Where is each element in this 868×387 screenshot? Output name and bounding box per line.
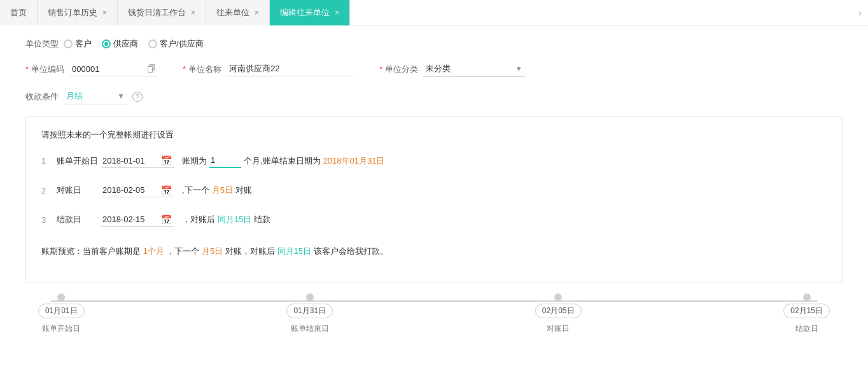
period-desc-3-teal: 同月15日 xyxy=(218,214,251,225)
period-date-2-input[interactable] xyxy=(101,183,158,197)
calendar-2-icon[interactable]: 📅 xyxy=(158,184,174,197)
unit-type-field: 单位类型 客户 供应商 客户/供应商 xyxy=(25,38,204,50)
period-date-1-input[interactable] xyxy=(101,154,158,167)
unit-type-label: 单位类型 xyxy=(25,38,59,50)
unit-category-arrow-icon: ▼ xyxy=(512,63,525,74)
radio-supplier[interactable]: 供应商 xyxy=(102,38,138,50)
timeline-dot-2 xyxy=(306,293,314,301)
preview-text: 账期预览：当前客户账期是 1个月 ，下一个 月5日 对账，对账后 同月15日 该… xyxy=(41,246,811,257)
period-desc-3: ，对账后 同月15日 结款 xyxy=(182,214,270,225)
tab-contacts-label: 往来单位 xyxy=(216,7,249,18)
period-desc-1-prefix: 账期为 xyxy=(182,155,207,167)
timeline-badge-4: 02月15日 xyxy=(783,304,830,318)
period-label-3: 结款日 xyxy=(57,214,101,225)
timeline-point-2: 01月31日 账单结束日 xyxy=(286,293,333,334)
preview-prefix: 账期预览：当前客户账期是 xyxy=(41,246,141,256)
tab-sales-history-close[interactable]: × xyxy=(102,8,107,17)
period-desc-2-prefix: ,下一个 xyxy=(182,185,209,196)
unit-code-star: * xyxy=(25,64,29,74)
tab-sales-history-label: 销售订单历史 xyxy=(48,7,97,18)
period-desc-2: ,下一个 月5日 对账 xyxy=(182,185,252,196)
timeline-label-3: 对账日 xyxy=(547,323,570,334)
period-desc-3-suffix: 结款 xyxy=(254,214,270,225)
timeline-label-1: 账单开始日 xyxy=(42,323,80,334)
timeline-badge-2: 01月31日 xyxy=(286,304,333,318)
period-desc-2-suffix: 对账 xyxy=(235,185,252,196)
unit-category-value: 未分类 xyxy=(423,61,512,76)
unit-category-label: 单位分类 xyxy=(385,64,418,75)
period-num-1: 1 xyxy=(41,156,57,165)
timeline-section: 01月01日 账单开始日 01月31日 账单结束日 02月05日 对账日 02月… xyxy=(25,283,843,360)
unit-code-input[interactable] xyxy=(69,62,146,76)
tab-home-label: 首页 xyxy=(10,7,27,18)
preview-mid2: 对账，对账后 xyxy=(225,246,275,256)
preview-teal: 同月15日 xyxy=(277,246,311,256)
period-row-2: 2 对账日 📅 ,下一个 月5日 对账 xyxy=(41,183,827,197)
period-date-2-wrap: 📅 xyxy=(101,183,174,197)
unit-info-row: * 单位编码 🗍 * 单位名称 * 单位分类 未分类 ▼ xyxy=(25,61,843,77)
period-row-1: 1 账单开始日 📅 账期为 个月,账单结束日期为 2018年01月31日 xyxy=(41,153,827,168)
payment-label: 收款条件 xyxy=(25,91,59,102)
period-settings-box: 请按照未来的一个完整帐期进行设置 1 账单开始日 📅 账期为 个月,账单结束日期… xyxy=(25,116,843,283)
unit-category-field: * 单位分类 未分类 ▼ xyxy=(379,61,525,77)
page-content: 单位类型 客户 供应商 客户/供应商 * 单位编码 xyxy=(0,25,868,387)
radio-both-circle xyxy=(148,39,157,48)
period-date-3-input[interactable] xyxy=(101,213,158,226)
unit-category-dropdown[interactable]: 未分类 ▼ xyxy=(423,61,525,77)
tabs-scroll-arrow[interactable]: › xyxy=(852,8,868,18)
preview-suffix: 该客户会给我打款。 xyxy=(314,246,388,256)
tab-edit-contact-label: 编辑往来单位 xyxy=(280,7,330,18)
period-desc-1-suffix: 个月,账单结束日期为 xyxy=(244,155,321,167)
tab-sales-history[interactable]: 销售订单历史 × xyxy=(38,0,118,25)
timeline-point-1: 01月01日 账单开始日 xyxy=(38,293,85,334)
unit-name-input[interactable] xyxy=(227,62,354,76)
timeline-dot-1 xyxy=(57,293,65,301)
calendar-1-icon[interactable]: 📅 xyxy=(158,154,174,167)
period-date-3-wrap: 📅 xyxy=(101,213,174,227)
timeline-badge-1: 01月01日 xyxy=(38,304,85,318)
period-label-2: 对账日 xyxy=(57,185,101,196)
period-box-title: 请按照未来的一个完整帐期进行设置 xyxy=(41,129,827,141)
tab-cash-work-close[interactable]: × xyxy=(191,8,195,17)
unit-name-star: * xyxy=(183,64,186,74)
payment-value: 月结 xyxy=(64,88,115,104)
timeline-badge-3: 02月05日 xyxy=(535,304,582,318)
tab-cash-work-label: 钱货日清工作台 xyxy=(128,7,186,18)
radio-both[interactable]: 客户/供应商 xyxy=(148,38,204,50)
tab-edit-contact-close[interactable]: × xyxy=(335,8,339,17)
unit-code-icon[interactable]: 🗍 xyxy=(146,62,157,75)
timeline-point-4: 02月15日 结款日 xyxy=(783,293,830,334)
timeline-point-3: 02月05日 对账日 xyxy=(535,293,582,334)
unit-type-radio-group: 客户 供应商 客户/供应商 xyxy=(64,38,204,50)
radio-customer-label: 客户 xyxy=(75,38,92,50)
period-date-1-wrap: 📅 xyxy=(101,154,174,168)
radio-customer-circle xyxy=(64,39,73,48)
calendar-3-icon[interactable]: 📅 xyxy=(158,213,174,226)
tab-cash-work[interactable]: 钱货日清工作台 × xyxy=(118,0,206,25)
radio-customer[interactable]: 客户 xyxy=(64,38,92,50)
period-desc-2-orange: 月5日 xyxy=(212,185,233,196)
period-val-input[interactable] xyxy=(209,153,241,168)
unit-code-label: 单位编码 xyxy=(31,64,64,75)
period-num-3: 3 xyxy=(41,215,57,225)
period-date-result: 2018年01月31日 xyxy=(323,155,385,167)
payment-field: 收款条件 月结 ▼ ? xyxy=(25,88,143,104)
tab-edit-contact[interactable]: 编辑往来单位 × xyxy=(270,0,350,25)
period-label-1: 账单开始日 xyxy=(57,155,101,167)
payment-help-icon[interactable]: ? xyxy=(132,92,143,102)
timeline-dot-3 xyxy=(554,293,562,301)
radio-both-label: 客户/供应商 xyxy=(160,38,204,50)
tabs-bar: 首页 销售订单历史 × 钱货日清工作台 × 往来单位 × 编辑往来单位 × › xyxy=(0,0,868,25)
tab-contacts[interactable]: 往来单位 × xyxy=(206,0,270,25)
payment-dropdown[interactable]: 月结 ▼ xyxy=(64,88,127,104)
radio-supplier-label: 供应商 xyxy=(113,38,138,50)
payment-arrow-icon: ▼ xyxy=(115,90,127,102)
tab-contacts-close[interactable]: × xyxy=(255,8,259,17)
tab-home[interactable]: 首页 xyxy=(0,0,38,25)
period-desc-3-prefix: ，对账后 xyxy=(182,214,215,225)
period-num-2: 2 xyxy=(41,186,57,195)
unit-name-label: 单位名称 xyxy=(188,64,221,75)
unit-code-input-wrap: 🗍 xyxy=(69,62,157,76)
timeline-dot-4 xyxy=(803,293,811,301)
payment-row: 收款条件 月结 ▼ ? xyxy=(25,88,843,104)
